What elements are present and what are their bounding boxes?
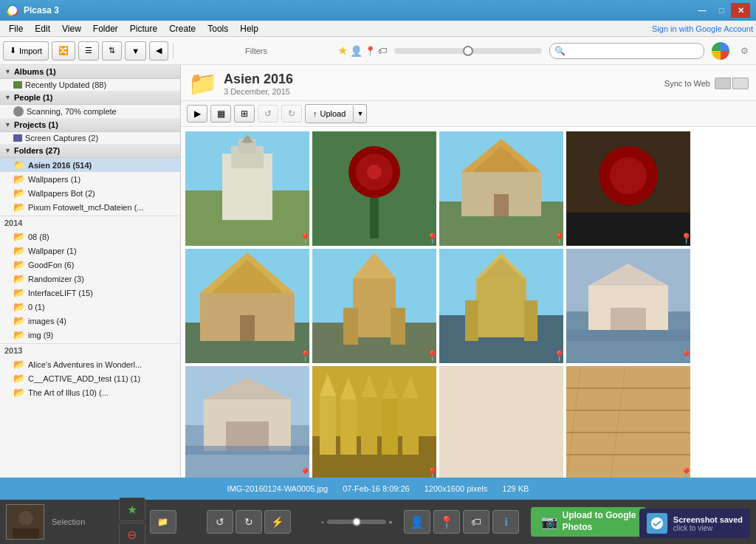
- photo-thumb-3[interactable]: 📍: [439, 131, 563, 246]
- menu-picture[interactable]: Picture: [124, 22, 163, 35]
- sidebar-item-wallpapers-bot[interactable]: 📂 Wallpapers Bot (2): [0, 186, 180, 200]
- sidebar-item-alice[interactable]: 📂Alice's Adventures in Wonderl...: [0, 357, 180, 371]
- delete-button[interactable]: ⊖: [119, 523, 145, 544]
- menu-folder[interactable]: Folder: [87, 22, 124, 35]
- bottom-right-tools: 📁: [150, 510, 176, 534]
- sync-on[interactable]: [732, 78, 749, 89]
- settings-icon[interactable]: ⚙: [735, 42, 753, 60]
- list-view-button[interactable]: ☰: [78, 41, 99, 61]
- sidebar-item-art[interactable]: 📂The Art of Illus (10) (...: [0, 385, 180, 399]
- star-filter-icon[interactable]: ★: [337, 44, 348, 58]
- sidebar-item-wallpaper-2014[interactable]: 📂Wallpaper (1): [0, 244, 180, 258]
- rotate-left-button[interactable]: ↺: [258, 105, 278, 123]
- photo-scroll-area[interactable]: 📍 📍: [181, 127, 756, 478]
- menu-view[interactable]: View: [56, 22, 87, 35]
- projects-section-header[interactable]: ▼ Projects (1): [0, 118, 180, 132]
- folder-icon-images: 📂: [13, 315, 25, 326]
- people-section-header[interactable]: ▼ People (1): [0, 91, 180, 105]
- tag-filter-icon[interactable]: 🏷: [378, 46, 387, 56]
- rotate-right-button[interactable]: ↻: [281, 105, 302, 123]
- bottom-left-tools: ★ ⊖: [119, 497, 145, 544]
- dropdown-button[interactable]: ▼: [125, 41, 146, 61]
- menu-help[interactable]: Help: [234, 22, 264, 35]
- info-button[interactable]: ℹ: [492, 510, 519, 534]
- sidebar-item-c-active[interactable]: 📂C__ACTIVE_ADD_test (11) (1): [0, 371, 180, 385]
- minimize-button[interactable]: —: [693, 3, 712, 18]
- photo-thumb-2[interactable]: 📍: [312, 131, 436, 246]
- person-tag-button[interactable]: 👤: [404, 510, 430, 534]
- upload-button[interactable]: ↑ Upload: [305, 104, 354, 123]
- import-button[interactable]: ⬇ Import: [3, 41, 49, 61]
- bottom-thumbnail[interactable]: [6, 504, 44, 540]
- menu-tools[interactable]: Tools: [202, 22, 234, 35]
- location-filter-icon[interactable]: 📍: [365, 46, 376, 56]
- people-triangle: ▼: [4, 94, 11, 101]
- sidebar-item-img[interactable]: 📂img (9): [0, 328, 180, 342]
- sidebar-item-screen-captures[interactable]: Screen Captures (2): [0, 132, 180, 144]
- sidebar-item-08[interactable]: 📂08 (8): [0, 230, 180, 244]
- upload-google-button[interactable]: 📷 Upload to Google Photos: [531, 507, 646, 537]
- svg-rect-58: [340, 399, 357, 455]
- person-location-tools: 👤 📍 🏷 ℹ: [404, 510, 519, 534]
- photo-thumb-12[interactable]: 📍: [566, 366, 690, 478]
- photo-thumb-6[interactable]: 📍: [312, 249, 436, 363]
- photo-thumb-7[interactable]: 📍: [439, 249, 563, 363]
- titlebar: Picasa 3 — □ ✕: [0, 0, 756, 21]
- slideshow-button[interactable]: ▶: [187, 105, 207, 123]
- grid-view-button[interactable]: ⊞: [234, 105, 255, 123]
- svg-rect-34: [391, 308, 405, 345]
- status-date: 07-Feb-16 8:09:26: [343, 484, 410, 493]
- photo-thumb-8[interactable]: 📍: [566, 249, 690, 363]
- photo-thumb-9[interactable]: 📍: [185, 366, 309, 478]
- sort-button[interactable]: ⇅: [102, 41, 122, 61]
- sidebar-item-pixum[interactable]: 📂 Pixum Fotowelt_mcf-Dateien (...: [0, 200, 180, 214]
- albums-section-header[interactable]: ▼ Albums (1): [0, 65, 180, 79]
- svg-point-11: [367, 165, 382, 179]
- sidebar-item-images[interactable]: 📂images (4): [0, 314, 180, 328]
- rotate-ccw-button[interactable]: ↺: [207, 510, 233, 534]
- view-toggle-button[interactable]: 🔀: [52, 41, 75, 61]
- folders-section-header[interactable]: ▼ Folders (27): [0, 144, 180, 158]
- sidebar-item-goodfon[interactable]: 📂GoodFon (6): [0, 258, 180, 272]
- sidebar-item-wallpapers[interactable]: 📂 Wallpapers (1): [0, 172, 180, 186]
- photo-thumb-10[interactable]: 📍: [312, 366, 436, 478]
- sync-off[interactable]: [715, 78, 731, 89]
- sync-toggle[interactable]: [715, 78, 749, 89]
- enhance-button[interactable]: ⚡: [264, 510, 291, 534]
- filmstrip-button[interactable]: ▦: [210, 105, 231, 123]
- geo-tag-button[interactable]: 📍: [433, 510, 460, 534]
- sign-in-link[interactable]: Sign in with Google Account: [652, 24, 753, 33]
- menu-create[interactable]: Create: [163, 22, 202, 35]
- zoom-slider[interactable]: [327, 520, 386, 524]
- sidebar-item-intellicelift[interactable]: 📂InterfaceLIFT (15): [0, 286, 180, 300]
- photo-thumb-4[interactable]: 📍: [566, 131, 690, 246]
- menu-file[interactable]: File: [3, 22, 29, 35]
- search-input[interactable]: [568, 47, 699, 55]
- photo-thumb-1[interactable]: 📍: [185, 131, 309, 246]
- nav-left-button[interactable]: ◀: [149, 41, 168, 61]
- sidebar-item-0[interactable]: 📂0 (1): [0, 300, 180, 314]
- menu-edit[interactable]: Edit: [29, 22, 56, 35]
- photo-thumb-5[interactable]: 📍: [185, 249, 309, 363]
- filter-slider[interactable]: [394, 48, 542, 54]
- sidebar-item-recently-updated[interactable]: Recently Updated (88): [0, 79, 180, 91]
- search-box[interactable]: 🔍: [549, 43, 704, 59]
- folder-icon-wallpapers-bot: 📂: [13, 187, 25, 199]
- content-header: 📁 Asien 2016 3 December, 2015 Sync to We…: [181, 65, 756, 101]
- sidebar-item-asien-2016[interactable]: 📁 Asien 2016 (514): [0, 158, 180, 172]
- upload-dropdown-button[interactable]: ▼: [354, 104, 367, 123]
- svg-rect-76: [13, 528, 39, 540]
- star-button[interactable]: ★: [119, 497, 145, 521]
- close-button[interactable]: ✕: [731, 3, 750, 18]
- folder-icon-wallpapers: 📂: [13, 173, 25, 185]
- maximize-button[interactable]: □: [712, 3, 731, 18]
- sidebar-item-randomizer[interactable]: 📂Randomizer (3): [0, 272, 180, 286]
- chevron-down-icon: ▼: [131, 47, 140, 55]
- svg-rect-18: [494, 194, 509, 216]
- album-button[interactable]: 📁: [150, 510, 176, 534]
- person-filter-icon[interactable]: 👤: [350, 45, 362, 57]
- tag-button[interactable]: 🏷: [463, 510, 489, 534]
- screenshot-notification[interactable]: Screenshot saved click to view: [639, 509, 750, 538]
- menubar: File Edit View Folder Picture Create Too…: [0, 21, 756, 37]
- rotate-cw-button[interactable]: ↻: [236, 510, 262, 534]
